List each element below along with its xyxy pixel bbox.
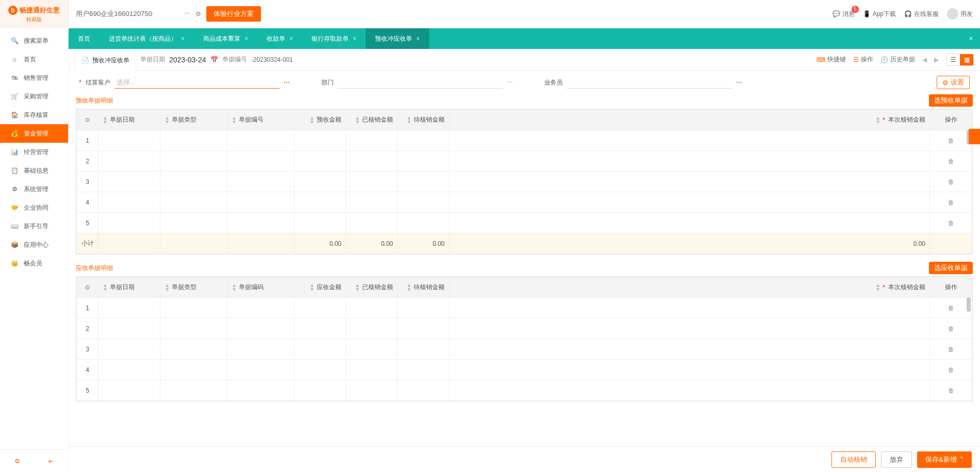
customer-input[interactable] [115,76,280,89]
trash-icon[interactable]: 🗑 [948,366,954,374]
sort-icon[interactable]: ▲▼ [309,116,315,124]
scrollbar[interactable] [966,297,971,401]
tab-3[interactable]: 收款单× [257,28,302,49]
sidebar-item-4[interactable]: 🏠库存核算 [0,106,68,124]
table-row[interactable]: 4🗑 [77,360,972,380]
user-menu[interactable]: 用友 [947,8,973,20]
sidebar-item-6[interactable]: 📊经营管理 [0,143,68,161]
sort-icon[interactable]: ▲▼ [165,116,170,124]
collapse-icon[interactable]: ⇤ [48,458,54,465]
salesman-picker-icon[interactable]: ⋯ [736,79,743,86]
salesman-input[interactable] [567,76,732,89]
gear-icon[interactable]: ⚙ [85,116,90,124]
sort-icon[interactable]: ▲▼ [875,116,880,124]
trash-icon[interactable]: 🗑 [948,325,954,332]
shortcut-link[interactable]: ⌨快捷键 [816,55,846,64]
close-all-tabs[interactable]: × [962,35,980,42]
dept-select[interactable] [338,76,503,89]
table-row[interactable]: 5🗑 [77,213,972,233]
table-row[interactable]: 2🗑 [77,318,972,339]
sort-icon[interactable]: ▲▼ [406,283,412,292]
auto-writeoff-button[interactable]: 自动核销 [831,451,876,468]
sort-icon[interactable]: ▲▼ [103,283,108,292]
sort-icon[interactable]: ▲▼ [355,283,360,292]
sidebar-item-8[interactable]: ⚙系统管理 [0,180,68,198]
customer-picker-icon[interactable]: ⋯ [284,79,290,86]
trash-icon[interactable]: 🗑 [948,178,954,186]
sort-icon[interactable]: ▲▼ [232,283,237,292]
sort-icon[interactable]: ▲▼ [406,116,412,124]
messages-link[interactable]: 💬 消息 5 [832,10,855,19]
close-icon[interactable]: × [353,35,356,42]
form-tab: 📄 预收冲应收单 [75,49,136,71]
trash-icon[interactable]: 🗑 [948,137,954,144]
settings-button[interactable]: ⚙ 设置 [937,76,970,89]
company-select[interactable] [76,6,179,22]
trash-icon[interactable]: 🗑 [948,220,954,227]
sidebar-item-label: 采购管理 [24,92,48,101]
sidebar-item-10[interactable]: 📖新手引导 [0,217,68,235]
trash-icon[interactable]: 🗑 [948,158,954,165]
sidebar-item-5[interactable]: 💰资金管理 [0,124,68,143]
save-new-button[interactable]: 保存&新增 ˄ [917,451,972,468]
history-link[interactable]: 🕘历史单据 [880,55,915,64]
prev-icon[interactable]: ◀ [922,56,927,63]
sidebar-item-7[interactable]: 📋基础信息 [0,161,68,180]
table-row[interactable]: 3🗑 [77,172,972,192]
close-icon[interactable]: × [416,35,420,42]
gear-icon[interactable]: ⚙ [195,10,201,18]
close-icon[interactable]: × [289,35,293,42]
avatar [947,8,958,20]
sort-icon[interactable]: ▲▼ [309,283,315,292]
sidebar-item-12[interactable]: 👑畅会员 [0,254,68,273]
tab-label: 进货单统计表（按商品） [109,35,177,43]
trash-icon[interactable]: 🗑 [948,346,954,353]
sidebar-item-11[interactable]: 📦应用中心 [0,235,68,254]
side-panel-toggle[interactable] [969,129,980,144]
tab-0[interactable]: 首页 [69,28,100,49]
trash-icon[interactable]: 🗑 [948,387,954,394]
discard-button[interactable]: 放弃 [881,451,912,468]
trash-icon[interactable]: 🗑 [948,199,954,206]
table-row[interactable]: 5🗑 [77,380,972,401]
table-row[interactable]: 1🗑 [77,298,972,318]
tab-5[interactable]: 预收冲应收单× [366,28,429,49]
sidebar-item-3[interactable]: 🛒采购管理 [0,87,68,106]
table-row[interactable]: 1🗑 [77,130,972,151]
sort-icon[interactable]: ▲▼ [165,283,170,292]
sidebar-item-0[interactable]: 🔍搜索菜单 [0,31,68,50]
sort-icon[interactable]: ▲▼ [232,116,237,124]
view-list-button[interactable]: ☰ [946,54,960,65]
next-icon[interactable]: ▶ [934,56,939,63]
sidebar-item-1[interactable]: ⌂首页 [0,50,68,69]
gear-icon[interactable]: ⚙ [85,284,90,291]
sort-icon[interactable]: ▲▼ [103,116,108,124]
sidebar-item-2[interactable]: 🛍销售管理 [0,69,68,87]
sort-icon[interactable]: ▲▼ [355,116,360,124]
sidebar-item-9[interactable]: 🤝企业协同 [0,198,68,217]
settings-icon[interactable]: ⚙ [14,458,20,465]
close-icon[interactable]: × [181,35,185,42]
scrollbar[interactable] [966,130,971,254]
trash-icon[interactable]: 🗑 [948,305,954,312]
sidebar-item-label: 企业协同 [24,204,48,212]
table-row[interactable]: 3🗑 [77,339,972,360]
view-form-button[interactable]: ▦ [960,54,973,65]
chevron-down-icon[interactable]: ﹀ [507,78,513,87]
customer-service-link[interactable]: 🎧 在线客服 [904,10,939,19]
app-download-link[interactable]: 📱 App下载 [863,10,896,19]
close-icon[interactable]: × [244,35,248,42]
table-row[interactable]: 4🗑 [77,192,972,213]
select-prepay-button[interactable]: 选预收单据 [929,94,973,107]
try-plan-button[interactable]: 体验行业方案 [206,6,261,22]
chevron-down-icon[interactable]: ﹀ [184,10,190,19]
date-value[interactable]: 2023-03-24 [169,56,206,64]
select-receivable-button[interactable]: 选应收单据 [929,262,973,274]
calendar-icon[interactable]: 📅 [210,56,218,63]
tab-1[interactable]: 进货单统计表（按商品）× [100,28,194,49]
tab-2[interactable]: 商品成本重算× [194,28,257,49]
tab-4[interactable]: 银行存取款单× [302,28,366,49]
operate-link[interactable]: ☰操作 [853,55,873,64]
table-row[interactable]: 2🗑 [77,151,972,172]
sort-icon[interactable]: ▲▼ [875,283,880,292]
